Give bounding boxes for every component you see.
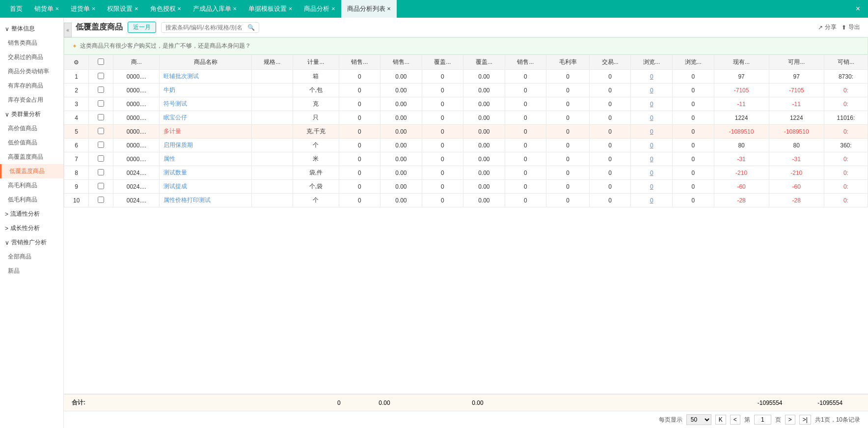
export-button[interactable]: ⬆ 导出 xyxy=(841,23,860,31)
nav-analysis-list[interactable]: 商品分析列表 × xyxy=(341,0,397,18)
sidebar-section-marketing[interactable]: ∨ 营销推广分析 xyxy=(0,235,63,250)
cell-browse1[interactable]: 0 xyxy=(631,194,673,207)
cell-name[interactable]: 牛奶 xyxy=(160,84,251,97)
cell-name[interactable]: 测试数量 xyxy=(160,166,251,180)
sidebar-item-high-value[interactable]: 高价值商品 xyxy=(0,121,63,136)
last-page-button[interactable]: >| xyxy=(799,415,811,425)
row-checkbox[interactable] xyxy=(98,128,104,134)
nav-analysis[interactable]: 商品分析 × xyxy=(298,0,341,18)
cell-browse1[interactable]: 0 xyxy=(631,166,673,180)
cell-browse1[interactable]: 0 xyxy=(631,152,673,166)
sidebar-item-sales-goods[interactable]: 销售类商品 xyxy=(0,36,63,50)
nav-product-in[interactable]: 产成品入库单 × xyxy=(187,0,243,18)
row-checkbox[interactable] xyxy=(98,142,104,148)
col-header-current[interactable]: 现有... xyxy=(714,55,769,70)
sidebar-item-low-coverage[interactable]: 低覆盖度商品 xyxy=(0,164,63,178)
cell-checkbox[interactable] xyxy=(89,139,113,152)
cell-browse1[interactable]: 0 xyxy=(631,70,673,84)
col-header-transaction[interactable]: 交易... xyxy=(589,55,631,70)
row-checkbox[interactable] xyxy=(98,197,104,203)
sidebar-item-high-coverage[interactable]: 高覆盖度商品 xyxy=(0,150,63,164)
col-header-name[interactable]: 商品名称 xyxy=(160,55,251,70)
col-header-unit[interactable]: 计量... xyxy=(293,55,339,70)
col-header-available[interactable]: 可用... xyxy=(769,55,824,70)
row-checkbox[interactable] xyxy=(98,155,104,162)
col-header-browse1[interactable]: 浏览... xyxy=(631,55,673,70)
col-header-code[interactable]: 商... xyxy=(113,55,160,70)
sidebar-item-stocked-goods[interactable]: 有库存的商品 xyxy=(0,79,63,93)
cell-checkbox[interactable] xyxy=(89,97,113,111)
search-icon[interactable]: 🔍 xyxy=(247,24,255,31)
nav-template[interactable]: 单据模板设置 × xyxy=(243,0,298,18)
sidebar-section-flow[interactable]: > 流通性分析 xyxy=(0,207,63,221)
sidebar-item-inventory-capital[interactable]: 库存资金占用 xyxy=(0,93,63,107)
col-header-sales2[interactable]: 销售... xyxy=(380,55,422,70)
cell-checkbox[interactable] xyxy=(89,70,113,84)
sidebar-item-category-rate[interactable]: 商品分类动销率 xyxy=(0,64,63,79)
col-header-saleable[interactable]: 可销... xyxy=(824,55,868,70)
cell-checkbox[interactable] xyxy=(89,84,113,97)
row-checkbox[interactable] xyxy=(98,114,104,120)
cell-checkbox[interactable] xyxy=(89,180,113,194)
page-size-select[interactable]: 50 20 100 xyxy=(686,414,711,425)
prev-page-button[interactable]: < xyxy=(730,415,740,425)
nav-purchase[interactable]: 进货单 × xyxy=(65,0,101,18)
filter-recent-month-button[interactable]: 近一月 xyxy=(128,22,156,33)
cell-name[interactable]: 多计量 xyxy=(160,125,251,139)
settings-icon[interactable]: ⚙ xyxy=(74,59,79,66)
cell-name[interactable]: 测试提成 xyxy=(160,180,251,194)
cell-browse1[interactable]: 0 xyxy=(631,84,673,97)
cell-name[interactable]: 属性价格打印测试 xyxy=(160,194,251,207)
row-checkbox[interactable] xyxy=(98,86,104,93)
cell-browse1[interactable]: 0 xyxy=(631,125,673,139)
cell-name[interactable]: 启用保质期 xyxy=(160,139,251,152)
cell-checkbox[interactable] xyxy=(89,194,113,207)
col-header-checkbox[interactable] xyxy=(89,55,113,70)
sidebar-item-low-value[interactable]: 低价值商品 xyxy=(0,136,63,150)
select-all-checkbox[interactable] xyxy=(98,58,104,65)
cell-browse1[interactable]: 0 xyxy=(631,97,673,111)
col-header-spec[interactable]: 规格... xyxy=(251,55,293,70)
col-header-sales3[interactable]: 销售... xyxy=(505,55,546,70)
cell-browse1[interactable]: 0 xyxy=(631,111,673,125)
col-header-settings[interactable]: ⚙ xyxy=(64,55,89,70)
cell-name[interactable]: 符号测试 xyxy=(160,97,251,111)
col-header-cov1[interactable]: 覆盖... xyxy=(422,55,463,70)
cell-browse1[interactable]: 0 xyxy=(631,180,673,194)
collapse-sidebar-button[interactable]: « xyxy=(64,23,72,37)
page-number-input[interactable] xyxy=(754,415,771,425)
nav-permission[interactable]: 权限设置 × xyxy=(101,0,144,18)
sidebar-section-overall[interactable]: ∨ 整体信息 xyxy=(0,22,63,36)
nav-sales[interactable]: 销货单 × xyxy=(28,0,65,18)
col-header-sales1[interactable]: 销售... xyxy=(339,55,380,70)
cell-checkbox[interactable] xyxy=(89,152,113,166)
first-page-button[interactable]: K xyxy=(715,415,726,425)
cell-browse1[interactable]: 0 xyxy=(631,139,673,152)
cell-checkbox[interactable] xyxy=(89,166,113,180)
cell-name[interactable]: 属性 xyxy=(160,152,251,166)
col-header-browse2[interactable]: 浏览... xyxy=(672,55,714,70)
sidebar-item-high-margin[interactable]: 高毛利商品 xyxy=(0,178,63,193)
sidebar-item-all-goods[interactable]: 全部商品 xyxy=(0,250,63,264)
row-checkbox[interactable] xyxy=(98,169,104,175)
close-window-button[interactable]: × xyxy=(852,4,864,13)
col-header-margin[interactable]: 毛利率 xyxy=(546,55,590,70)
row-checkbox[interactable] xyxy=(98,73,104,79)
sidebar-item-traded-goods[interactable]: 交易过的商品 xyxy=(0,50,63,64)
cell-checkbox[interactable] xyxy=(89,125,113,139)
share-button[interactable]: ↗ 分享 xyxy=(818,23,837,31)
search-input[interactable] xyxy=(165,24,245,31)
row-checkbox[interactable] xyxy=(98,183,104,189)
cell-checkbox[interactable] xyxy=(89,111,113,125)
sidebar-item-low-margin[interactable]: 低毛利商品 xyxy=(0,193,63,207)
sidebar-section-growth[interactable]: > 成长性分析 xyxy=(0,221,63,235)
row-checkbox[interactable] xyxy=(98,100,104,107)
cell-name[interactable]: 旺辅批次测试 xyxy=(160,70,251,84)
sidebar-item-new-goods[interactable]: 新品 xyxy=(0,264,63,278)
nav-role[interactable]: 角色授权 × xyxy=(144,0,187,18)
sidebar-section-category[interactable]: ∨ 类群量分析 xyxy=(0,107,63,121)
nav-home[interactable]: 首页 xyxy=(4,0,28,18)
next-page-button[interactable]: > xyxy=(785,415,795,425)
cell-name[interactable]: 眠宝公仔 xyxy=(160,111,251,125)
col-header-cov2[interactable]: 覆盖... xyxy=(463,55,505,70)
